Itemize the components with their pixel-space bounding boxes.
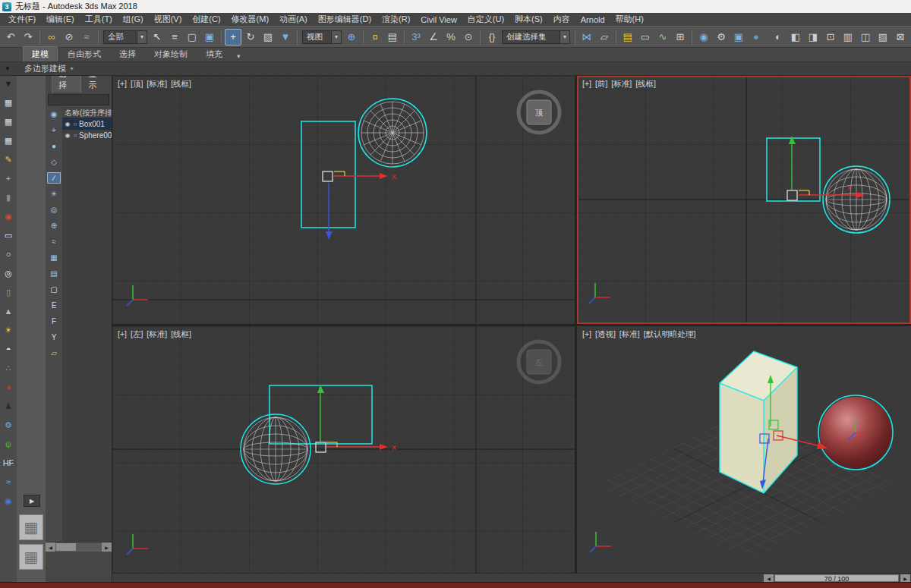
percent-snap-icon[interactable]: % xyxy=(443,29,459,46)
dark-block-icon[interactable]: ▮ xyxy=(2,191,15,204)
ribbon-expand-icon[interactable]: ▼ xyxy=(0,65,15,72)
schematic-view-icon[interactable]: ⊞ xyxy=(672,29,689,46)
snaps-toggle-icon[interactable]: 3³ xyxy=(408,29,424,46)
menu-item[interactable]: 自定义(U) xyxy=(462,13,509,26)
ribbon-tab[interactable]: 自由形式 xyxy=(59,47,109,61)
explorer-geometry-icon[interactable]: ● xyxy=(47,140,61,152)
viewport-front[interactable]: [+][前][标准][线框] xyxy=(577,76,911,324)
red-target-icon[interactable]: ◉ xyxy=(2,210,15,223)
sphere001-wireframe[interactable] xyxy=(358,99,427,167)
viewport-label-part[interactable]: [+] xyxy=(118,329,127,340)
named-selection-sets-combo[interactable]: 创建选择集 ▼ xyxy=(502,30,570,44)
plus-tool-icon[interactable]: + xyxy=(2,172,15,185)
viewport-front-canvas[interactable]: X xyxy=(577,76,911,324)
workspace-icon[interactable]: ◫ xyxy=(857,29,874,46)
viewport-label-part[interactable]: [+] xyxy=(582,79,591,90)
explorer-xref-icon[interactable]: ▤ xyxy=(47,268,61,279)
ribbon-tab[interactable]: 选择 xyxy=(111,47,144,61)
table-icon-2[interactable]: ▦ xyxy=(2,115,15,128)
viewport-label-part[interactable]: [默认明暗处理] xyxy=(644,329,696,340)
explorer-search-input[interactable] xyxy=(48,94,109,105)
rectangle-shape-icon[interactable]: ▭ xyxy=(2,229,15,242)
viewport-label-part[interactable]: [线框] xyxy=(635,79,656,90)
viewport-label-part[interactable]: [前] xyxy=(595,79,607,90)
material-editor-icon[interactable]: ◉ xyxy=(695,29,712,46)
polygon-modeling-panel[interactable]: 多边形建模 xyxy=(15,63,69,74)
viewport-layout-preset-1[interactable]: ▦ xyxy=(19,514,43,540)
explorer-slash-filter-icon[interactable]: ∕ xyxy=(47,172,61,184)
menu-item[interactable]: 图形编辑器(D) xyxy=(313,13,377,26)
sphere001-shaded[interactable] xyxy=(818,395,893,470)
viewport-label-part[interactable]: [左] xyxy=(131,329,143,340)
select-object-icon[interactable]: ↖ xyxy=(149,29,165,46)
explorer-helpers-icon[interactable]: ⊕ xyxy=(47,220,61,231)
visibility-eye-icon[interactable]: ◉ xyxy=(64,121,71,127)
ribbon-tab[interactable]: 填充 xyxy=(197,47,231,61)
window-crossing-icon[interactable]: ▣ xyxy=(201,29,218,46)
viewport-top[interactable]: [+][顶][标准][线框] xyxy=(112,76,575,324)
explorer-lights-icon[interactable]: ☀ xyxy=(47,188,61,200)
explorer-bone-icon[interactable]: ▢ xyxy=(47,284,61,295)
ellipse-shape-icon[interactable]: ○ xyxy=(2,248,15,261)
next-frame-icon[interactable]: ▶ xyxy=(900,574,910,582)
rectangular-selection-icon[interactable]: ▢ xyxy=(184,29,200,46)
select-and-place-icon[interactable]: ▼ xyxy=(277,29,294,46)
cone-shape-icon[interactable]: ▲ xyxy=(2,305,15,318)
caret-down-icon[interactable]: ▼ xyxy=(331,31,341,43)
select-and-move-icon[interactable]: + xyxy=(225,29,241,46)
viewport-label-part[interactable]: [+] xyxy=(582,329,591,340)
scene-converter-icon[interactable]: ▥ xyxy=(840,29,856,46)
viewport-top-canvas[interactable]: X 顶 xyxy=(112,76,575,324)
isolate-selection-icon[interactable]: ◨ xyxy=(805,29,821,46)
explorer-tab[interactable]: 选择 xyxy=(52,76,81,93)
menu-item[interactable]: 文件(F) xyxy=(3,13,41,26)
explorer-folder-icon[interactable]: ▱ xyxy=(47,347,61,359)
explorer-row[interactable]: ◉ ○ Box001 xyxy=(62,118,112,130)
viewport-left-canvas[interactable]: X 左 xyxy=(112,326,575,573)
scrollbar-track[interactable] xyxy=(55,542,102,552)
curve-editor-icon[interactable]: ∿ xyxy=(654,29,671,46)
menu-item[interactable]: 动画(A) xyxy=(274,13,313,26)
use-pivot-center-icon[interactable]: ⊕ xyxy=(343,29,360,46)
pencil-icon[interactable]: ✎ xyxy=(2,153,15,166)
viewcube-face-label[interactable]: 顶 xyxy=(535,108,543,117)
select-and-link-icon[interactable]: ∞ xyxy=(43,29,60,46)
menu-item[interactable]: 修改器(M) xyxy=(226,13,275,26)
select-by-name-icon[interactable]: ≡ xyxy=(166,29,183,46)
viewport-label-part[interactable]: [标准] xyxy=(611,79,632,90)
explorer-e-icon[interactable]: E xyxy=(47,300,61,311)
explorer-tab[interactable]: 显示 xyxy=(83,76,111,93)
viewport-label-part[interactable]: [标准] xyxy=(147,329,167,340)
explorer-spacewarps-icon[interactable]: ≈ xyxy=(47,236,61,247)
viewport-label-part[interactable]: [标准] xyxy=(147,79,167,90)
viewport-label-part[interactable]: [线框] xyxy=(171,79,191,90)
sun-light-icon[interactable]: ☀ xyxy=(2,324,15,337)
explorer-h-scrollbar[interactable]: ◀ ▶ xyxy=(46,542,112,552)
select-and-manipulate-ic[interactable]: ¤ xyxy=(367,29,383,46)
explorer-cameras-icon[interactable]: ◎ xyxy=(47,204,61,215)
explorer-groups-icon[interactable]: ▦ xyxy=(47,252,61,263)
caret-down-icon[interactable]: ▼ xyxy=(560,31,569,43)
extras-icon[interactable]: ⊠ xyxy=(892,29,909,46)
time-slider-thumb[interactable]: 70 / 100 xyxy=(774,574,899,582)
explorer-y-icon[interactable]: Y xyxy=(47,332,61,343)
figure-icon[interactable]: ♟ xyxy=(2,400,15,413)
caret-down-icon[interactable]: ▼ xyxy=(137,31,147,43)
blue-circle-icon[interactable]: ◉ xyxy=(2,495,15,508)
explorer-shapes-icon[interactable]: ◇ xyxy=(47,156,61,168)
sphere001-wireframe[interactable] xyxy=(241,414,310,484)
viewport-label-part[interactable]: [标准] xyxy=(619,329,640,340)
scatter-points-icon[interactable]: ∴ xyxy=(2,362,15,375)
redo-icon[interactable]: ↷ xyxy=(20,29,36,46)
cylinder-shape-icon[interactable]: ▯ xyxy=(2,286,15,299)
select-and-scale-icon[interactable]: ▧ xyxy=(260,29,276,46)
menu-item[interactable]: 视图(V) xyxy=(149,13,188,26)
display-toggle-icon[interactable]: ⊡ xyxy=(822,29,839,46)
rendered-frame-icon[interactable]: ▣ xyxy=(730,29,747,46)
reference-coordinate-combo[interactable]: 视图 ▼ xyxy=(302,30,342,44)
viewport-left[interactable]: [+][左][标准][线框] xyxy=(112,326,575,573)
panel-expander-button[interactable]: ▶ xyxy=(24,495,40,507)
grass-icon[interactable]: ψ xyxy=(2,438,15,451)
explorer-display-all-icon[interactable]: ◉ xyxy=(47,108,61,120)
ribbon-tab[interactable]: 对象绘制 xyxy=(146,47,196,61)
